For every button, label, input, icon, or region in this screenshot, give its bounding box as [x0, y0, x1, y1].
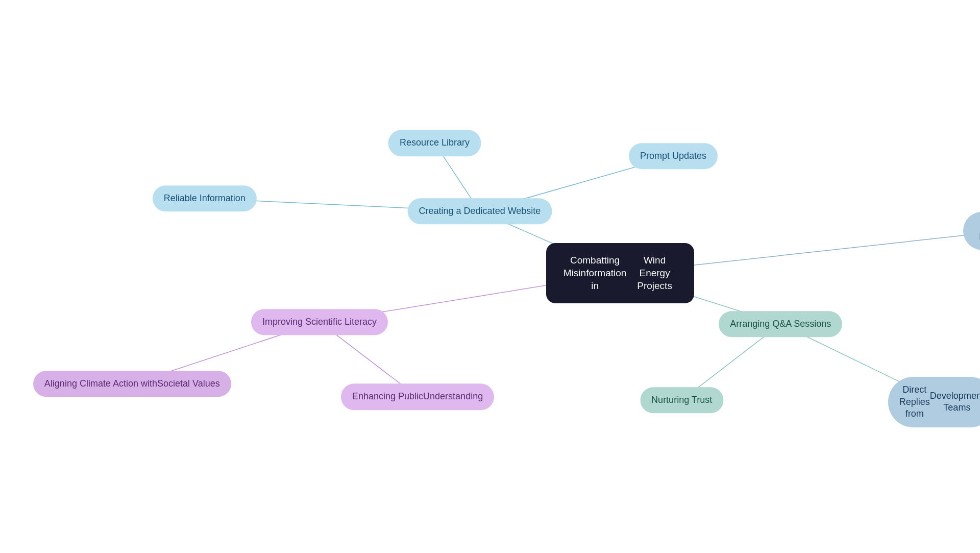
node-label-direct_replies-line0: Direct Replies from [899, 384, 930, 420]
node-label-center-line0: Combatting Misinformation in [560, 254, 629, 292]
node-label-enhancing_public-line1: Understanding [423, 391, 483, 403]
node-center[interactable]: Combatting Misinformation inWind Energy … [546, 243, 694, 303]
node-aligning_climate[interactable]: Aligning Climate Action withSocietal Val… [33, 371, 231, 397]
node-label-resource_library-line0: Resource Library [400, 137, 470, 149]
node-reliable_information[interactable]: Reliable Information [153, 185, 257, 211]
node-label-direct_replies-line1: Development Teams [930, 390, 980, 414]
node-label-enhancing_public-line0: Enhancing Public [352, 391, 423, 403]
node-label-engaging_local_media-line0: Engaging Local Media [974, 219, 980, 243]
node-improving_literacy[interactable]: Improving Scientific Literacy [251, 309, 388, 335]
node-creating_dedicated_website[interactable]: Creating a Dedicated Website [408, 198, 552, 224]
node-label-center-line1: Wind Energy Projects [629, 254, 680, 292]
connections-layer [0, 0, 980, 553]
node-prompt_updates[interactable]: Prompt Updates [629, 143, 718, 169]
node-label-prompt_updates-line0: Prompt Updates [640, 150, 706, 162]
node-resource_library[interactable]: Resource Library [388, 130, 481, 156]
node-label-creating_dedicated_website-line0: Creating a Dedicated Website [419, 205, 541, 217]
node-label-nurturing_trust-line0: Nurturing Trust [651, 394, 712, 406]
node-label-improving_literacy-line0: Improving Scientific Literacy [262, 316, 377, 328]
node-arranging_qa[interactable]: Arranging Q&A Sessions [719, 311, 842, 337]
node-nurturing_trust[interactable]: Nurturing Trust [640, 387, 723, 413]
node-label-aligning_climate-line0: Aligning Climate Action with [44, 378, 157, 390]
node-engaging_local_media[interactable]: Engaging Local Media [963, 212, 980, 250]
node-label-reliable_information-line0: Reliable Information [164, 193, 246, 204]
node-label-arranging_qa-line0: Arranging Q&A Sessions [730, 318, 831, 330]
mind-map-canvas: Combatting Misinformation inWind Energy … [0, 0, 980, 553]
node-enhancing_public[interactable]: Enhancing PublicUnderstanding [341, 384, 494, 410]
node-direct_replies[interactable]: Direct Replies fromDevelopment Teams [888, 377, 980, 427]
node-label-aligning_climate-line1: Societal Values [157, 378, 220, 390]
